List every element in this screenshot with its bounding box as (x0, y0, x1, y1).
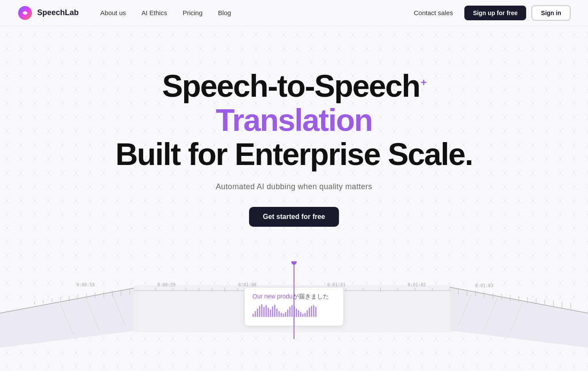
nav-pricing[interactable]: Pricing (176, 6, 208, 19)
nav-left: SpeechLab About us AI Ethics Pricing Blo… (17, 5, 237, 21)
logo-icon (17, 5, 33, 21)
svg-text:0:01:02: 0:01:02 (408, 282, 426, 287)
sparkle-icon: + (421, 77, 426, 88)
signup-button[interactable]: Sign up for free (464, 6, 526, 20)
logo-link[interactable]: SpeechLab (17, 5, 79, 21)
nav-links: About us AI Ethics Pricing Blog (94, 6, 237, 19)
contact-sales-button[interactable]: Contact sales (408, 6, 459, 20)
waveform-bar (313, 305, 314, 317)
waveform-bar (285, 312, 286, 317)
nav-about[interactable]: About us (94, 6, 132, 19)
waveform-bar (298, 310, 299, 317)
waveform-bar (300, 312, 301, 317)
waveform-bar (272, 306, 273, 317)
waveform-bar (265, 305, 267, 317)
waveform-bar (291, 305, 293, 317)
waveform-bar (270, 309, 271, 317)
nav-ai-ethics[interactable]: AI Ethics (135, 6, 173, 19)
waveform-bar (311, 306, 312, 317)
svg-text:0:01:03: 0:01:03 (475, 283, 493, 288)
svg-text:0:00:59: 0:00:59 (157, 282, 176, 287)
timeline-section: 0:00:58 0:00:59 0:01:00 0:01:01 0:01:02 (0, 261, 588, 365)
waveform-bar (302, 314, 304, 317)
subtitle-plain: が届きました (293, 293, 329, 300)
hero-title-part2: Built for Enterprise Scale. (115, 137, 473, 171)
nav-blog[interactable]: Blog (212, 6, 237, 19)
tape-wrap: 0:00:58 0:00:59 0:01:00 0:01:01 0:01:02 (0, 261, 588, 348)
waveform-bar (252, 314, 254, 317)
waveform-bar (276, 308, 278, 317)
waveform-bar (281, 313, 282, 317)
cta-button[interactable]: Get started for free (249, 207, 339, 227)
waveform-bar (259, 306, 260, 317)
waveform-bar (257, 308, 258, 317)
waveform-bar (289, 307, 291, 317)
waveform-bar (296, 308, 297, 317)
signin-button[interactable]: Sign in (531, 5, 571, 21)
waveform-bar (287, 309, 288, 317)
subtitle-purple: Our new produ (252, 293, 293, 300)
waveform-bar (283, 314, 284, 317)
waveform-bar (315, 307, 316, 317)
svg-text:0:00:58: 0:00:58 (77, 282, 95, 287)
waveform-bar (274, 304, 275, 317)
hero-section: Speech-to-Speech+Translation Built for E… (0, 26, 588, 235)
svg-text:0:01:01: 0:01:01 (327, 282, 345, 287)
waveform-bar (261, 304, 262, 317)
waveform-bar (255, 311, 256, 317)
waveform-bar (309, 308, 310, 317)
logo-text: SpeechLab (37, 8, 79, 17)
waveform-bar (304, 313, 306, 317)
waveform-bar (268, 308, 269, 317)
waveform-bar (307, 310, 308, 317)
hero-title: Speech-to-Speech+Translation Built for E… (99, 69, 489, 172)
hero-title-part1: Speech-to-Speech (162, 69, 420, 103)
nav-right: Contact sales Sign up for free Sign in (408, 5, 571, 21)
playhead (294, 261, 294, 339)
waveform-bar (263, 307, 265, 317)
svg-text:0:01:00: 0:01:00 (238, 282, 256, 287)
waveform-bar (278, 311, 280, 317)
navbar: SpeechLab About us AI Ethics Pricing Blo… (0, 0, 588, 26)
hero-subtitle: Automated AI dubbing when quality matter… (216, 182, 372, 191)
hero-title-highlight: Translation (216, 103, 372, 137)
